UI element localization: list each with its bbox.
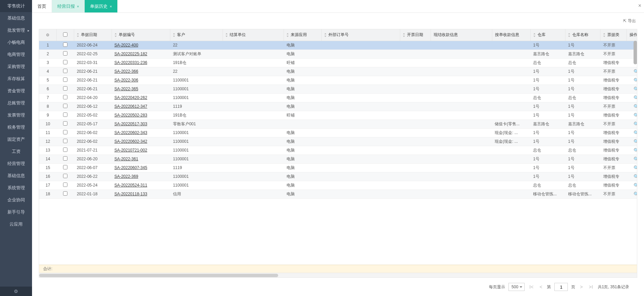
row-checkbox[interactable] xyxy=(63,95,67,99)
sort-icon[interactable] xyxy=(568,33,571,37)
per-page-select[interactable]: 500 xyxy=(508,283,525,291)
column-header-date[interactable]: 单据日期 xyxy=(74,29,112,41)
sidebar-item-15[interactable]: 系统管理 xyxy=(0,182,32,194)
sort-icon[interactable] xyxy=(173,33,176,37)
sidebar-item-0[interactable]: 零售统计 xyxy=(0,0,32,12)
column-header-doc[interactable]: 单据编号 xyxy=(112,29,170,41)
document-link[interactable]: SA-20220602-343 xyxy=(114,130,147,135)
row-checkbox[interactable] xyxy=(63,51,67,56)
document-link[interactable]: SA-20210721-002 xyxy=(114,148,147,153)
page-input[interactable] xyxy=(554,283,568,291)
tab-home[interactable]: 首页 xyxy=(32,0,52,12)
row-checkbox[interactable] xyxy=(63,156,67,161)
document-link[interactable]: SA-20220118-133 xyxy=(114,192,147,196)
sidebar-item-17[interactable]: 新手引导 xyxy=(0,206,32,218)
row-checkbox[interactable] xyxy=(63,112,67,117)
document-link[interactable]: SA-20220524-311 xyxy=(114,183,147,188)
document-link[interactable]: SA-2022-361 xyxy=(114,157,138,161)
tab-document-history[interactable]: 单据历史 × xyxy=(85,0,117,12)
column-header-customer[interactable]: 客户 xyxy=(170,29,223,41)
table-row[interactable]: 112022-06-02SA-20220602-3431100001电脑现金(现… xyxy=(39,128,637,137)
sidebar-item-1[interactable]: 基础信息 xyxy=(0,12,32,24)
row-checkbox[interactable] xyxy=(63,121,67,126)
sidebar-item-18[interactable]: 云应用 xyxy=(0,218,32,230)
row-checkbox[interactable] xyxy=(63,191,67,196)
row-checkbox[interactable] xyxy=(63,147,67,152)
close-icon[interactable]: × xyxy=(110,4,112,8)
table-row[interactable]: 82022-06-12SA-20220612-3471119电脑1号1号不开票🔍 xyxy=(39,102,637,111)
table-row[interactable]: 62022-06-21SA-2022-3651100001电脑1号1号增值税专🔍 xyxy=(39,85,637,93)
magnifier-icon[interactable]: 🔍 xyxy=(634,192,637,197)
select-all-checkbox[interactable] xyxy=(63,32,67,37)
table-row[interactable]: 72022-04-20SA-20220420-2621100001电脑总仓总仓增… xyxy=(39,93,637,102)
page-prev-button[interactable]: < xyxy=(538,284,544,290)
column-header-extorder[interactable]: 外部订单号 xyxy=(321,29,400,41)
table-row[interactable]: 52022-06-21SA-2022-3061100001电脑1号1号增值税专🔍 xyxy=(39,76,637,85)
sort-icon[interactable] xyxy=(603,33,606,37)
gear-icon[interactable]: ⚙ xyxy=(14,289,18,294)
table-scroll[interactable]: ⚙单据日期单据编号客户结算单位来源应用外部订单号开票日期现结收款信息按单收款信息… xyxy=(39,29,637,265)
row-checkbox[interactable] xyxy=(63,165,67,169)
document-link[interactable]: SA-20220517-303 xyxy=(114,122,147,126)
tabbar-close-icon[interactable]: × xyxy=(638,3,641,9)
magnifier-icon[interactable]: 🔍 xyxy=(634,78,637,83)
magnifier-icon[interactable]: 🔍 xyxy=(634,174,637,179)
magnifier-icon[interactable]: 🔍 xyxy=(634,165,637,170)
document-link[interactable]: SA-20220612-347 xyxy=(114,104,147,109)
sidebar-item-6[interactable]: 库存核算 xyxy=(0,73,32,85)
gear-icon[interactable]: ⚙ xyxy=(46,33,50,37)
magnifier-icon[interactable]: 🔍 xyxy=(634,122,637,127)
magnifier-icon[interactable]: 🔍 xyxy=(634,157,637,162)
row-checkbox[interactable] xyxy=(63,42,67,47)
document-link[interactable]: SA-20220502-283 xyxy=(114,113,147,118)
column-header-invtype[interactable]: 票据类 xyxy=(601,29,627,41)
document-link[interactable]: SA-2022-400 xyxy=(114,43,138,47)
table-row[interactable]: 152022-06-07SA-20220607-3451119电脑1号1号不开票… xyxy=(39,163,637,172)
column-header-source[interactable]: 来源应用 xyxy=(284,29,321,41)
document-link[interactable]: SA-20220225-182 xyxy=(114,52,147,56)
page-last-button[interactable]: >I xyxy=(588,284,594,290)
row-checkbox[interactable] xyxy=(63,174,67,178)
column-header-invdate[interactable]: 开票日期 xyxy=(400,29,431,41)
row-checkbox[interactable] xyxy=(63,104,67,108)
sort-icon[interactable] xyxy=(77,33,80,37)
table-row[interactable]: 22022-02-25SA-20220225-182测试客户对账单电脑嘉言路仓嘉… xyxy=(39,50,637,58)
magnifier-icon[interactable]: 🔍 xyxy=(634,130,637,135)
document-link[interactable]: SA-20220331-236 xyxy=(114,60,147,65)
sidebar-item-3[interactable]: 小畅电商 xyxy=(0,36,32,48)
table-row[interactable]: 122022-06-02SA-20220602-3421100001电脑现金(现… xyxy=(39,137,637,146)
sort-icon[interactable] xyxy=(226,33,228,37)
row-checkbox[interactable] xyxy=(63,130,67,134)
sidebar-item-13[interactable]: 经营管理 xyxy=(0,158,32,170)
magnifier-icon[interactable]: 🔍 xyxy=(634,183,637,188)
sidebar-item-11[interactable]: 固定资产 xyxy=(0,133,32,145)
column-header-whname[interactable]: 仓库名称 xyxy=(565,29,601,41)
table-row[interactable]: 142022-06-20SA-2022-3611100001电脑1号1号增值税专… xyxy=(39,155,637,163)
document-link[interactable]: SA-20220607-345 xyxy=(114,165,147,170)
document-link[interactable]: SA-20220602-342 xyxy=(114,139,147,144)
table-row[interactable]: 42022-06-21SA-2022-36622电脑1号1号不开票🔍 xyxy=(39,67,637,76)
document-link[interactable]: SA-2022-306 xyxy=(114,78,138,83)
scrollbar-thumb[interactable] xyxy=(39,274,278,277)
row-checkbox[interactable] xyxy=(63,69,67,73)
table-row[interactable]: 12022-06-24SA-2022-40022电脑1号1号不开票🔍 xyxy=(39,41,637,50)
sort-icon[interactable] xyxy=(324,33,327,37)
table-row[interactable]: 172022-05-24SA-20220524-3111100001电脑总仓总仓… xyxy=(39,181,637,190)
magnifier-icon[interactable]: 🔍 xyxy=(634,87,637,92)
page-next-button[interactable]: > xyxy=(579,284,584,290)
sort-icon[interactable] xyxy=(403,33,406,37)
document-link[interactable]: SA-2022-365 xyxy=(114,87,138,91)
column-header-settle[interactable]: 结算单位 xyxy=(223,29,284,41)
table-row[interactable]: 132021-07-21SA-20210721-0021100001电脑总仓总仓… xyxy=(39,146,637,155)
sidebar-item-4[interactable]: 电商管理 xyxy=(0,48,32,61)
sidebar-item-10[interactable]: 税务管理 xyxy=(0,121,32,133)
magnifier-icon[interactable]: 🔍 xyxy=(634,69,637,74)
table-row[interactable]: 162022-06-22SA-2022-3691100001电脑1号1号增值税专… xyxy=(39,172,637,181)
sort-icon[interactable] xyxy=(287,33,289,37)
sidebar-item-14[interactable]: 基础信息 xyxy=(0,170,32,182)
table-row[interactable]: 32022-03-31SA-20220331-236191B仓旺铺总仓总仓增值税… xyxy=(39,58,637,67)
sidebar-item-8[interactable]: 总账管理 xyxy=(0,97,32,109)
vertical-scrollbar[interactable] xyxy=(634,41,637,64)
sidebar-item-12[interactable]: 工资 xyxy=(0,145,32,158)
sidebar-item-5[interactable]: 采购管理 xyxy=(0,61,32,73)
